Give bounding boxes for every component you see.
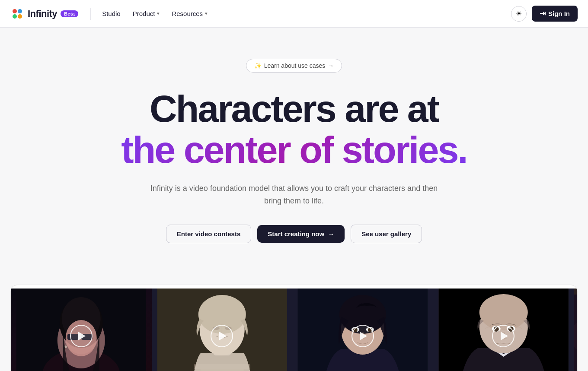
sun-icon: ☀ <box>516 10 522 18</box>
svg-point-46 <box>574 321 577 351</box>
sign-in-icon: ⇥ <box>540 9 546 18</box>
nav-resources[interactable]: Resources ▾ <box>167 7 212 20</box>
video-gallery-wrapper <box>0 285 588 371</box>
hero-title: Characters are at the center of stories. <box>121 88 467 170</box>
svg-point-2 <box>13 14 17 19</box>
card2-play-button[interactable] <box>211 325 233 347</box>
nav-actions: ☀ ⇥ Sign In <box>511 6 578 22</box>
card3-play-button[interactable] <box>352 325 374 347</box>
nav-divider <box>90 8 91 20</box>
enter-contests-button[interactable]: Enter video contests <box>166 225 252 243</box>
sign-in-button[interactable]: ⇥ Sign In <box>532 6 578 22</box>
card2-play-overlay <box>152 289 293 371</box>
gallery-container <box>10 285 578 371</box>
nav-studio[interactable]: Studio <box>98 7 125 20</box>
hero-title-line1: Characters are at <box>121 88 467 129</box>
gallery-card-2 <box>152 289 293 371</box>
card3-play-overlay <box>292 289 433 371</box>
hero-buttons: Enter video contests Start creating now … <box>166 225 422 243</box>
navigation: Infinity Beta Studio Product ▾ Resources… <box>0 0 588 28</box>
gallery-partial-card <box>574 289 577 371</box>
hero-title-line2: the center of stories. <box>121 129 467 170</box>
play-triangle-icon-4 <box>501 332 508 340</box>
card4-play-button[interactable] <box>492 325 514 347</box>
product-chevron-icon: ▾ <box>157 11 160 16</box>
nav-product[interactable]: Product ▾ <box>128 7 164 20</box>
pill-sparkle-icon: ✨ <box>254 62 262 69</box>
gallery-card-3 <box>292 289 433 371</box>
brand-name: Infinity <box>28 8 57 19</box>
start-creating-button[interactable]: Start creating now → <box>257 225 345 243</box>
card1-play-button[interactable] <box>70 325 93 347</box>
play-triangle-icon-3 <box>360 332 367 340</box>
beta-badge: Beta <box>61 10 78 17</box>
resources-chevron-icon: ▾ <box>205 11 208 16</box>
hero-subtitle: Infinity is a video foundation model tha… <box>147 182 441 207</box>
start-arrow-icon: → <box>328 230 334 238</box>
sign-in-label: Sign In <box>548 10 570 17</box>
gallery-card-1 <box>11 289 152 371</box>
gallery-card-4 <box>433 289 574 371</box>
play-triangle-icon <box>78 332 86 340</box>
svg-point-3 <box>18 14 22 19</box>
logo-link[interactable]: Infinity Beta <box>10 7 78 21</box>
card4-play-overlay <box>433 289 574 371</box>
play-triangle-icon-2 <box>219 332 227 340</box>
resources-label: Resources <box>172 10 203 17</box>
svg-point-0 <box>13 9 17 13</box>
pill-arrow-icon: → <box>328 62 334 69</box>
gallery-scroll <box>11 289 577 371</box>
product-label: Product <box>133 10 155 17</box>
start-creating-label: Start creating now <box>268 230 324 238</box>
use-cases-pill[interactable]: ✨ Learn about use cases → <box>246 59 342 73</box>
user-gallery-button[interactable]: See user gallery <box>351 225 422 243</box>
card1-play-overlay <box>11 289 152 371</box>
theme-toggle-button[interactable]: ☀ <box>511 6 527 22</box>
studio-label: Studio <box>102 10 121 17</box>
svg-point-1 <box>18 9 22 13</box>
pill-label: Learn about use cases <box>264 62 326 69</box>
partial-card-svg <box>574 289 577 371</box>
hero-section: ✨ Learn about use cases → Characters are… <box>0 28 588 285</box>
logo-icon <box>10 7 24 21</box>
